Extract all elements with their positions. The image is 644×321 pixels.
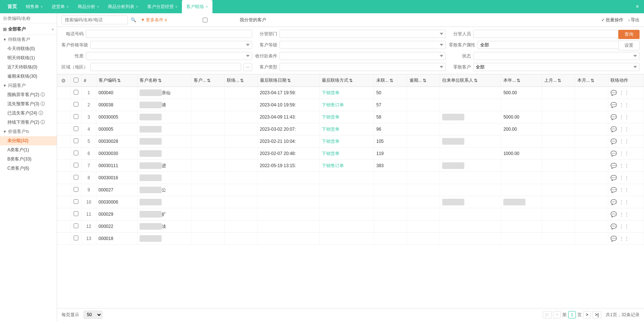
gear-column-header[interactable]: ⚙: [57, 74, 70, 87]
more-action-icon[interactable]: ⋮⋮: [619, 199, 629, 205]
chat-icon[interactable]: 💬: [610, 211, 617, 217]
window-close-button[interactable]: ×: [634, 3, 641, 10]
last-contact-method-link[interactable]: 下销货单: [322, 114, 339, 120]
name-column[interactable]: 客户名称⇅: [137, 74, 191, 87]
row-checkbox[interactable]: [74, 151, 78, 155]
more-action-icon[interactable]: ⋮⋮: [619, 102, 629, 108]
row-checkbox-cell[interactable]: [70, 172, 81, 184]
more-action-icon[interactable]: ⋮⋮: [619, 223, 629, 229]
chat-icon[interactable]: 💬: [610, 163, 617, 169]
more-action-icon[interactable]: ⋮⋮: [619, 187, 629, 193]
customer-type-select[interactable]: [279, 63, 446, 71]
reset-button[interactable]: 设置: [618, 40, 640, 50]
row-checkbox-cell[interactable]: [70, 148, 81, 160]
row-checkbox-cell[interactable]: [70, 99, 81, 111]
uncontacted-column[interactable]: 未联...⇅: [374, 74, 407, 87]
value-customers-group[interactable]: ▼ 价值客户 ↻: [0, 127, 57, 136]
tab-goods-analysis-list[interactable]: 商品分析列表 ×: [103, 0, 142, 13]
contact-column[interactable]: 联络...⇅: [224, 74, 257, 87]
search-icon[interactable]: 🔍: [131, 17, 136, 22]
per-page-select[interactable]: 50 100 200: [84, 311, 102, 319]
row-checkbox-cell[interactable]: [70, 221, 81, 233]
search-input[interactable]: [61, 15, 128, 24]
chat-icon[interactable]: 💬: [610, 102, 617, 108]
last-contact-method-column[interactable]: 最后联络方式⇅: [320, 74, 374, 87]
problem-customers-group[interactable]: ▼ 问题客户: [0, 81, 57, 90]
row-checkbox[interactable]: [74, 211, 78, 216]
price-tier-select[interactable]: [90, 41, 252, 49]
close-customer-contact-tab[interactable]: ×: [205, 4, 208, 9]
last-page-button[interactable]: >|: [592, 311, 601, 318]
chat-icon[interactable]: 💬: [610, 151, 617, 156]
query-button[interactable]: 查询: [618, 30, 640, 39]
close-goods-analysis-tab[interactable]: ×: [97, 4, 99, 9]
close-customer-tier-tab[interactable]: ×: [175, 4, 177, 9]
row-checkbox[interactable]: [74, 236, 78, 240]
tab-home[interactable]: 首页: [3, 0, 21, 13]
chat-icon[interactable]: 💬: [610, 90, 617, 96]
chat-icon[interactable]: 💬: [610, 138, 617, 144]
status-select[interactable]: [473, 52, 640, 60]
sidebar-item-today-pending[interactable]: 今天待联络(0): [0, 44, 57, 53]
my-customers-checkbox[interactable]: [172, 18, 238, 22]
chat-icon[interactable]: 💬: [610, 175, 617, 181]
tab-goods-analysis[interactable]: 商品分析 ×: [73, 0, 103, 13]
row-checkbox-cell[interactable]: [70, 160, 81, 172]
row-checkbox[interactable]: [74, 138, 78, 143]
customer-tier-select[interactable]: [279, 41, 446, 49]
prev-page-button[interactable]: <: [553, 311, 561, 318]
row-checkbox[interactable]: [74, 126, 78, 131]
first-page-button[interactable]: |<: [543, 311, 552, 318]
phone-input[interactable]: [86, 30, 252, 38]
my-customers-checkbox-label[interactable]: 我分管的客户: [172, 17, 266, 23]
gear-icon[interactable]: ⚙: [61, 78, 66, 84]
more-action-icon[interactable]: ⋮⋮: [619, 90, 629, 96]
row-checkbox[interactable]: [74, 175, 78, 180]
sidebar-item-churned[interactable]: 已流失客户(24) ⓘ: [0, 109, 57, 118]
row-checkbox[interactable]: [74, 102, 78, 107]
more-action-icon[interactable]: ⋮⋮: [619, 138, 629, 144]
more-action-icon[interactable]: ⋮⋮: [619, 163, 629, 169]
row-checkbox-cell[interactable]: [70, 196, 81, 208]
last-contact-method-link[interactable]: 下销售订单: [322, 163, 344, 168]
more-action-icon[interactable]: ⋮⋮: [619, 175, 629, 181]
tab-sales[interactable]: 销售单 ×: [21, 0, 47, 13]
sidebar-item-class-a[interactable]: A类客户(1): [0, 145, 57, 155]
chat-icon[interactable]: 💬: [610, 223, 617, 229]
row-checkbox[interactable]: [74, 90, 78, 95]
pending-contact-group[interactable]: ▼ 待联络客户: [0, 35, 57, 44]
bulk-ops-button[interactable]: ✓ 批量操作: [601, 17, 623, 23]
unit-contact-column[interactable]: 往来单位联系人⇅: [440, 74, 501, 87]
row-checkbox[interactable]: [74, 163, 78, 167]
sidebar-item-class-c[interactable]: C类客户(6): [0, 164, 57, 173]
dept-select[interactable]: [279, 30, 446, 38]
all-customers-header[interactable]: ⊞ 全部客户 «: [0, 24, 57, 35]
export-button[interactable]: ↓ 导出: [628, 17, 640, 23]
retail-customer-select[interactable]: 全部: [473, 63, 640, 71]
row-checkbox-cell[interactable]: [70, 233, 81, 245]
last-contact-method-link[interactable]: 下销售订单: [322, 102, 344, 107]
last-contact-method-link[interactable]: 下销货单: [322, 90, 339, 95]
sidebar-item-overdue-pending[interactable]: 逾期未联络(30): [0, 72, 57, 81]
last-contact-method-link[interactable]: 下销货单: [322, 139, 339, 144]
manager-input[interactable]: [473, 30, 629, 38]
close-goods-analysis-list-tab[interactable]: ×: [136, 4, 138, 9]
row-checkbox-cell[interactable]: [70, 123, 81, 135]
code-column[interactable]: 客户编码⇅: [96, 74, 137, 87]
chat-icon[interactable]: 💬: [610, 199, 617, 205]
retail-attr-select[interactable]: 全部: [478, 41, 640, 49]
row-checkbox-cell[interactable]: [70, 111, 81, 123]
last-contact-method-link[interactable]: 下销货单: [322, 127, 339, 132]
sidebar-item-7days-pending[interactable]: 近7天待联络(0): [0, 63, 57, 72]
this-month-column[interactable]: 本月...⇅: [575, 74, 608, 87]
more-action-icon[interactable]: ⋮⋮: [619, 126, 629, 132]
chat-icon[interactable]: 💬: [610, 236, 617, 241]
collapse-icon[interactable]: «: [52, 27, 54, 31]
sidebar-item-abnormal[interactable]: 囤购异常客户(2) ⓘ: [0, 90, 57, 99]
sidebar-search-input[interactable]: [3, 16, 57, 21]
tab-purchase[interactable]: 进货单 ×: [47, 0, 73, 13]
row-checkbox[interactable]: [74, 187, 78, 192]
sidebar-item-unclassified[interactable]: 未分组(32): [0, 136, 57, 145]
row-checkbox[interactable]: [74, 199, 78, 204]
region-more-btn[interactable]: ···: [243, 63, 252, 71]
